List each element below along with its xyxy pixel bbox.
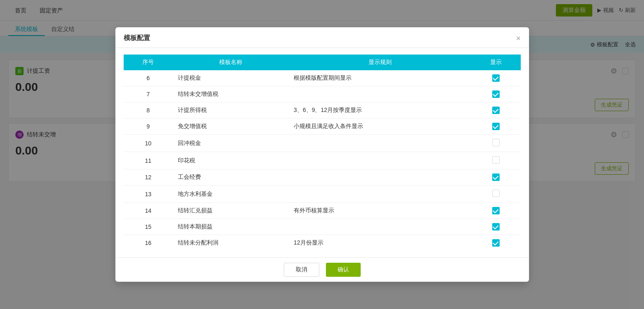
cell-rule (289, 152, 471, 169)
checkbox-8[interactable] (492, 107, 500, 114)
cell-id: 9 (124, 119, 173, 135)
cell-id: 6 (124, 70, 173, 86)
config-table: 序号 模板名称 显示规则 显示 6计提税金根据模版配置期间显示7结转未交增值税8… (124, 55, 521, 251)
modal-overlay: 模板配置 × 序号 模板名称 显示规则 显示 6计提税金根据模版配置期间显示7结… (0, 0, 644, 309)
checkbox-7[interactable] (492, 90, 500, 98)
cell-id: 11 (124, 152, 173, 169)
cell-rule: 小规模且满足收入条件显示 (289, 119, 471, 135)
cancel-button[interactable]: 取消 (284, 263, 319, 277)
table-row: 6计提税金根据模版配置期间显示 (124, 70, 521, 86)
cell-id: 8 (124, 102, 173, 119)
cell-rule (289, 219, 471, 235)
cell-rule (289, 86, 471, 102)
cell-id: 16 (124, 235, 173, 251)
cell-check (471, 203, 520, 219)
modal-template-config: 模板配置 × 序号 模板名称 显示规则 显示 6计提税金根据模版配置期间显示7结… (115, 27, 529, 282)
table-row: 14结转汇兑损益有外币核算显示 (124, 203, 521, 219)
confirm-button[interactable]: 确认 (326, 263, 361, 277)
checkbox-6[interactable] (492, 74, 500, 82)
checkbox-9[interactable] (492, 123, 500, 130)
cell-id: 15 (124, 219, 173, 235)
cell-id: 12 (124, 169, 173, 185)
cell-id: 7 (124, 86, 173, 102)
cell-check (471, 219, 520, 235)
modal-close-button[interactable]: × (516, 35, 521, 42)
cell-rule (289, 169, 471, 185)
cell-name: 计提税金 (173, 70, 289, 86)
checkbox-16[interactable] (492, 239, 500, 247)
modal-footer: 取消 确认 (115, 257, 529, 282)
cell-rule (289, 185, 471, 203)
cell-check (471, 86, 520, 102)
table-row: 16结转未分配利润12月份显示 (124, 235, 521, 251)
col-header-name: 模板名称 (173, 55, 289, 70)
cell-name: 工会经费 (173, 169, 289, 185)
cell-id: 14 (124, 203, 173, 219)
col-header-show: 显示 (471, 55, 520, 70)
cell-name: 结转未分配利润 (173, 235, 289, 251)
cell-rule: 根据模版配置期间显示 (289, 70, 471, 86)
checkbox-10[interactable] (492, 139, 500, 146)
cell-name: 结转未交增值税 (173, 86, 289, 102)
cell-rule: 有外币核算显示 (289, 203, 471, 219)
cell-id: 13 (124, 185, 173, 203)
checkbox-11[interactable] (492, 156, 500, 164)
col-header-id: 序号 (124, 55, 173, 70)
cell-check (471, 235, 520, 251)
cell-name: 结转本期损益 (173, 219, 289, 235)
modal-body: 序号 模板名称 显示规则 显示 6计提税金根据模版配置期间显示7结转未交增值税8… (115, 48, 529, 257)
cell-check (471, 135, 520, 152)
cell-name: 地方水利基金 (173, 185, 289, 203)
cell-check (471, 185, 520, 203)
checkbox-12[interactable] (492, 174, 500, 181)
cell-name: 回冲税金 (173, 135, 289, 152)
cell-name: 免交增值税 (173, 119, 289, 135)
table-row: 7结转未交增值税 (124, 86, 521, 102)
table-row: 11印花税 (124, 152, 521, 169)
modal-header: 模板配置 × (115, 27, 529, 48)
cell-rule: 3、6、9、12月按季度显示 (289, 102, 471, 119)
table-row: 9免交增值税小规模且满足收入条件显示 (124, 119, 521, 135)
col-header-rule: 显示规则 (289, 55, 471, 70)
cell-check (471, 119, 520, 135)
table-row: 15结转本期损益 (124, 219, 521, 235)
table-row: 13地方水利基金 (124, 185, 521, 203)
checkbox-13[interactable] (492, 190, 500, 197)
table-scroll-wrap[interactable]: 序号 模板名称 显示规则 显示 6计提税金根据模版配置期间显示7结转未交增值税8… (124, 55, 521, 251)
cell-name: 印花税 (173, 152, 289, 169)
checkbox-14[interactable] (492, 207, 500, 214)
cell-name: 计提所得税 (173, 102, 289, 119)
cell-check (471, 152, 520, 169)
cell-id: 10 (124, 135, 173, 152)
checkbox-15[interactable] (492, 223, 500, 231)
cell-check (471, 70, 520, 86)
cell-check (471, 169, 520, 185)
table-row: 8计提所得税3、6、9、12月按季度显示 (124, 102, 521, 119)
cell-check (471, 102, 520, 119)
modal-title: 模板配置 (124, 34, 150, 43)
table-row: 12工会经费 (124, 169, 521, 185)
table-row: 10回冲税金 (124, 135, 521, 152)
cell-rule: 12月份显示 (289, 235, 471, 251)
cell-name: 结转汇兑损益 (173, 203, 289, 219)
cell-rule (289, 135, 471, 152)
